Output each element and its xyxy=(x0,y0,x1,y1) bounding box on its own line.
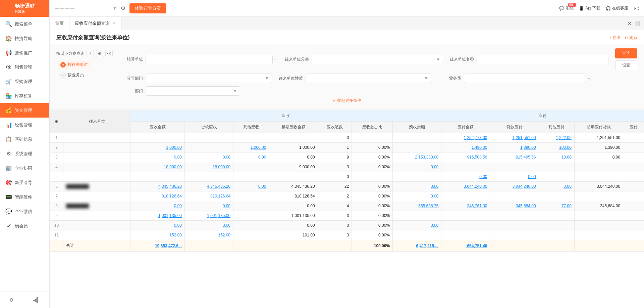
data-cell[interactable] xyxy=(441,221,490,230)
data-cell[interactable] xyxy=(539,230,574,240)
data-cell[interactable] xyxy=(393,143,441,152)
data-cell[interactable]: 915,495.56 xyxy=(490,152,539,162)
data-cell[interactable]: 1,222.00 xyxy=(539,133,574,143)
sidebar-item-member[interactable]: ✔ 畅会员 xyxy=(0,219,49,233)
staff-input[interactable] xyxy=(464,74,585,83)
sidebar-item-wechat[interactable]: 💬 企业微信 xyxy=(0,204,49,219)
data-cell[interactable] xyxy=(233,230,269,240)
message-button[interactable]: 💬 消息 99+ xyxy=(559,5,574,11)
filter-option-by-staff[interactable]: ○ 按业务员 xyxy=(58,71,91,79)
data-cell[interactable]: 0.00 xyxy=(490,172,539,182)
set-button[interactable]: 设置 xyxy=(615,60,637,70)
header-gear-icon[interactable]: ⚙ xyxy=(121,5,125,11)
collapse-button[interactable]: ∧ 收起更多条件 xyxy=(56,96,637,105)
data-cell[interactable] xyxy=(490,221,539,230)
sidebar-item-hardware[interactable]: 📟 智能硬件 xyxy=(0,190,49,204)
header-chevron-icon[interactable]: ▼ xyxy=(113,6,117,11)
data-cell[interactable]: 4,345,436.20 xyxy=(130,182,185,191)
data-cell[interactable] xyxy=(490,230,539,240)
data-cell[interactable]: 1,001,135.00 xyxy=(130,211,185,221)
data-cell[interactable] xyxy=(393,172,441,182)
sidebar-item-quick[interactable]: 🏠 快捷导航 xyxy=(0,31,49,46)
data-cell[interactable]: 4,345,436.20 xyxy=(185,182,233,191)
data-cell[interactable]: 655,636.75 xyxy=(393,201,441,211)
data-cell[interactable] xyxy=(490,211,539,221)
data-cell[interactable]: 77.00 xyxy=(539,201,574,211)
data-cell[interactable] xyxy=(393,211,441,221)
data-cell[interactable]: 2,153,333.00 xyxy=(393,152,441,162)
app-download-button[interactable]: 📱 App下载 xyxy=(579,5,600,11)
data-cell[interactable]: 3,044,240.00 xyxy=(441,182,490,191)
data-cell[interactable]: 0.00 xyxy=(393,221,441,230)
close-window-icon[interactable]: ✕ xyxy=(628,21,632,26)
data-cell[interactable]: 810,126.64 xyxy=(130,191,185,201)
data-cell[interactable] xyxy=(441,211,490,221)
data-cell[interactable] xyxy=(130,172,185,182)
data-cell[interactable]: 152.00 xyxy=(185,230,233,240)
data-cell[interactable]: 18,000.00 xyxy=(185,162,233,172)
data-cell[interactable]: 0.00 xyxy=(185,201,233,211)
maximize-window-icon[interactable]: ⬜ xyxy=(634,21,640,26)
bumen-select[interactable]: ▼ xyxy=(146,86,240,96)
data-cell[interactable]: 915,508.56 xyxy=(441,152,490,162)
footer-cell[interactable]: 19,553,472,6... xyxy=(130,240,185,252)
sidebar-item-finance[interactable]: 💰 资金管理 xyxy=(0,103,49,118)
data-cell[interactable]: 0.00 xyxy=(233,152,269,162)
data-cell[interactable] xyxy=(393,133,441,143)
data-cell[interactable] xyxy=(441,162,490,172)
sidebar-item-system[interactable]: ⚙ 系统管理 xyxy=(0,146,49,161)
data-cell[interactable]: 13.00 xyxy=(539,152,574,162)
sidebar-settings-btn[interactable]: ⚙ xyxy=(7,295,16,305)
footer-cell[interactable]: -654,751.40 xyxy=(441,240,490,252)
data-cell[interactable] xyxy=(185,133,233,143)
sidebar-item-sales[interactable]: 🛍 销售管理 xyxy=(0,60,49,74)
jisuan-more-icon[interactable]: ··· xyxy=(274,57,278,62)
tab-home[interactable]: 首页 xyxy=(50,17,69,30)
data-cell[interactable]: 0.00 xyxy=(130,201,185,211)
sidebar-item-inventory[interactable]: 🏪 库存核算 xyxy=(0,89,49,103)
settings-col-header[interactable]: ⚙ xyxy=(50,110,63,133)
data-cell[interactable] xyxy=(130,133,185,143)
data-cell[interactable]: 0.00 xyxy=(185,152,233,162)
data-cell[interactable] xyxy=(393,230,441,240)
sidebar-item-marketing[interactable]: 📢 营销推广 xyxy=(0,46,49,60)
staff-more-icon[interactable]: ··· xyxy=(586,76,590,81)
data-cell[interactable]: 0.00 xyxy=(393,191,441,201)
data-cell[interactable] xyxy=(490,162,539,172)
data-cell[interactable]: 18,000.00 xyxy=(130,162,185,172)
data-cell[interactable] xyxy=(441,191,490,201)
add-scheme-btn[interactable]: + xyxy=(87,50,94,57)
data-cell[interactable]: 1,000.00 xyxy=(233,143,269,152)
data-cell[interactable]: 1,000.00 xyxy=(130,143,185,152)
data-cell[interactable]: 1,251,551.00 xyxy=(490,133,539,143)
sidebar-item-basic[interactable]: 📋 基础信息 xyxy=(0,132,49,146)
data-cell[interactable]: 0.00 xyxy=(393,182,441,191)
data-cell[interactable] xyxy=(539,191,574,201)
data-cell[interactable]: 345,761.00 xyxy=(441,201,490,211)
data-cell[interactable] xyxy=(233,201,269,211)
sidebar-collapse-btn[interactable]: ◀▌ xyxy=(30,295,43,305)
data-cell[interactable]: 1,390.00 xyxy=(490,143,539,152)
dept-select[interactable]: ▼ xyxy=(146,74,272,83)
data-cell[interactable]: 0.00 xyxy=(185,221,233,230)
data-cell[interactable] xyxy=(185,172,233,182)
online-service-button[interactable]: 🎧 在线客服 xyxy=(606,5,628,11)
data-cell[interactable] xyxy=(233,133,269,143)
footer-cell[interactable]: 6,417,215.... xyxy=(393,240,441,252)
export-button[interactable]: ↑ 导出 xyxy=(609,35,621,41)
user-info[interactable]: Rit xyxy=(634,6,639,11)
category-select[interactable]: ▼ xyxy=(312,55,443,64)
data-cell[interactable]: 100.00 xyxy=(539,143,574,152)
refresh-button[interactable]: ↻ 刷新 xyxy=(625,35,637,41)
data-cell[interactable] xyxy=(441,230,490,240)
data-cell[interactable]: 1,490.00 xyxy=(441,143,490,152)
tab-close-icon[interactable]: ✕ xyxy=(112,21,116,26)
data-cell[interactable] xyxy=(233,172,269,182)
sidebar-item-operation[interactable]: 📊 经营管理 xyxy=(0,118,49,132)
nature-select[interactable]: ▼ xyxy=(306,74,431,83)
data-cell[interactable] xyxy=(233,162,269,172)
data-cell[interactable] xyxy=(539,221,574,230)
data-cell[interactable]: 0.00 xyxy=(130,152,185,162)
query-button[interactable]: 查询 xyxy=(615,48,637,58)
promo-button[interactable]: 体验行业方案 xyxy=(129,3,166,13)
